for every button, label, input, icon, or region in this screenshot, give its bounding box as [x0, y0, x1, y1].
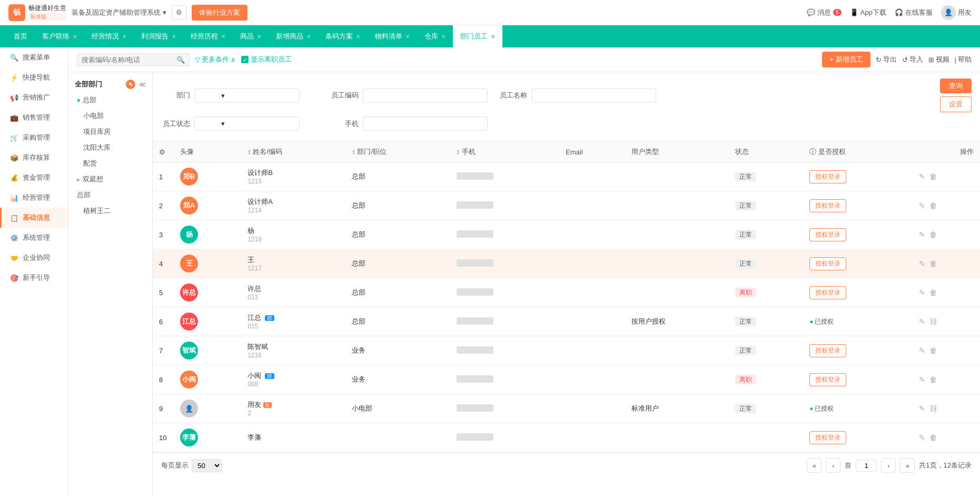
sidebar-item-collab[interactable]: 🤝 企业协同 [0, 248, 68, 268]
user-menu[interactable]: 👤 用友 [941, 5, 972, 20]
edit-icon[interactable]: ✎ [919, 404, 925, 413]
delete-icon[interactable]: 🗑 [929, 375, 937, 384]
th-settings[interactable]: ⚙ [153, 142, 174, 162]
dept-node-xiaodianbu[interactable]: 小电部 [68, 108, 152, 124]
close-icon[interactable]: ✕ [491, 34, 495, 40]
tab-department-employee[interactable]: 部门员工 ✕ [453, 25, 502, 47]
tab-warehouse[interactable]: 仓库 ✕ [417, 25, 453, 47]
link-icon[interactable]: ⛓ [929, 404, 937, 413]
edit-icon[interactable]: ✎ [919, 317, 925, 326]
edit-icon[interactable]: ✎ [919, 288, 925, 297]
edit-icon[interactable]: ✎ [919, 346, 925, 355]
sidebar-item-operations[interactable]: 📊 经营管理 [0, 188, 68, 208]
tab-goods[interactable]: 商品 ✕ [233, 25, 269, 47]
delete-icon[interactable]: 🗑 [929, 259, 937, 268]
sidebar-item-marketing[interactable]: 📢 营销推广 [0, 87, 68, 108]
status-select[interactable]: ▾ [194, 116, 300, 131]
dept-node-zongbu-expand[interactable]: ▾ 总部 [68, 92, 152, 108]
last-page-button[interactable]: » [900, 458, 915, 473]
auth-button[interactable]: 授权登录 [809, 228, 846, 241]
sidebar-item-quick-nav[interactable]: ⚡ 快捷导航 [0, 67, 68, 87]
more-filter-button[interactable]: ▽ 更多条件 ∧ [195, 55, 236, 64]
add-employee-button[interactable]: + 新增员工 [822, 52, 870, 67]
edit-icon[interactable]: ✎ [126, 80, 135, 89]
th-dept[interactable]: ↕ 部门/职位 [345, 142, 450, 162]
emp-name-input[interactable] [531, 89, 656, 103]
import-button[interactable]: ↺ 导入 [902, 55, 923, 64]
auth-button[interactable]: 授权登录 [809, 344, 846, 357]
auth-button[interactable]: 授权登录 [809, 431, 846, 444]
dept-select[interactable]: ▾ [194, 89, 300, 103]
app-download-button[interactable]: 📱 App下载 [850, 8, 886, 17]
online-service-button[interactable]: 🎧 在线客服 [895, 8, 933, 17]
delete-icon[interactable]: 🗑 [929, 346, 937, 355]
tab-operation[interactable]: 经营情况 ✕ [84, 25, 134, 47]
th-phone[interactable]: ↕ 手机 [450, 142, 560, 162]
dept-node-shuangtingxiang[interactable]: ▸ 双庭想 [68, 171, 152, 187]
edit-icon[interactable]: ✎ [919, 433, 925, 442]
prev-page-button[interactable]: ‹ [826, 458, 840, 473]
tab-home[interactable]: 首页 [6, 25, 35, 47]
delete-icon[interactable]: 🗑 [929, 433, 937, 442]
sidebar-item-purchase[interactable]: 🛒 采购管理 [0, 128, 68, 148]
message-button[interactable]: 💬 消息 5 [807, 8, 842, 17]
tab-customer[interactable]: 客户联络 ✕ [35, 25, 84, 47]
tab-bom[interactable]: 物料清单 ✕ [368, 25, 417, 47]
query-button[interactable]: 查询 [940, 79, 972, 93]
close-icon[interactable]: ✕ [441, 34, 446, 40]
tab-barcode[interactable]: 条码方案 ✕ [318, 25, 368, 47]
next-page-button[interactable]: › [881, 458, 896, 473]
phone-input[interactable] [363, 116, 488, 131]
edit-icon[interactable]: ✎ [919, 172, 925, 181]
dept-node-xiangmu[interactable]: 项目库房 [68, 124, 152, 140]
sidebar-item-finance[interactable]: 💰 资金管理 [0, 168, 68, 188]
close-icon[interactable]: ✕ [257, 34, 261, 40]
sidebar-item-system[interactable]: ⚙️ 系统管理 [0, 228, 68, 248]
page-number-input[interactable] [856, 460, 877, 472]
tab-history[interactable]: 经营历程 ✕ [183, 25, 233, 47]
close-icon[interactable]: ✕ [405, 34, 410, 40]
help-button[interactable]: | 帮助 [955, 55, 972, 64]
dept-node-zongbu2[interactable]: 总部 [68, 187, 152, 203]
show-resigned-toggle[interactable]: ✓ 显示离职员工 [241, 55, 292, 64]
collapse-icon[interactable]: ≪ [138, 81, 146, 89]
auth-button[interactable]: 授权登录 [809, 257, 846, 270]
delete-icon[interactable]: 🗑 [929, 201, 937, 210]
delete-icon[interactable]: 🗑 [929, 172, 937, 181]
edit-icon[interactable]: ✎ [919, 201, 925, 210]
view-button[interactable]: ⊞ 视频 [928, 55, 949, 64]
search-input[interactable] [82, 56, 176, 64]
close-icon[interactable]: ✕ [356, 34, 360, 40]
delete-icon[interactable]: 🗑 [929, 230, 937, 239]
delete-icon[interactable]: 🗑 [929, 288, 937, 297]
export-button[interactable]: ↻ 导出 [876, 55, 897, 64]
th-name[interactable]: ↕ 姓名/编码 [241, 142, 345, 162]
close-icon[interactable]: ✕ [73, 34, 77, 40]
tab-profit[interactable]: 利润报告 ✕ [134, 25, 183, 47]
system-selector[interactable]: 装备及固定资产辅助管理系统 ▾ [72, 8, 166, 17]
dept-node-shenyang[interactable]: 沈阳大库 [68, 140, 152, 155]
dept-node-zhishu[interactable]: 植树王二 [68, 203, 152, 219]
tab-new-goods[interactable]: 新增商品 ✕ [269, 25, 318, 47]
close-icon[interactable]: ✕ [221, 34, 225, 40]
first-page-button[interactable]: « [807, 458, 821, 473]
close-icon[interactable]: ✕ [172, 34, 176, 40]
auth-button[interactable]: 授权登录 [809, 170, 846, 183]
emp-code-input[interactable] [363, 89, 488, 103]
set-button[interactable]: 设置 [940, 96, 972, 112]
close-icon[interactable]: ✕ [122, 34, 126, 40]
auth-button[interactable]: 授权登录 [809, 373, 846, 386]
sidebar-item-basic-info[interactable]: 📋 基础信息 [0, 208, 68, 228]
dept-node-peihuo[interactable]: 配货 [68, 155, 152, 171]
edit-icon[interactable]: ✎ [919, 259, 925, 268]
sidebar-item-sales[interactable]: 💼 销售管理 [0, 108, 68, 128]
close-icon[interactable]: ✕ [306, 34, 311, 40]
page-size-select[interactable]: 50 100 [192, 459, 222, 472]
sidebar-item-guide[interactable]: 🎯 新手引导 [0, 268, 68, 288]
auth-button[interactable]: 授权登录 [809, 286, 846, 299]
gear-button[interactable]: ⚙ [172, 5, 186, 20]
link-icon[interactable]: ⛓ [929, 317, 937, 326]
sidebar-item-search[interactable]: 🔍 搜索菜单 [0, 47, 68, 67]
edit-icon[interactable]: ✎ [919, 375, 925, 384]
sidebar-item-inventory[interactable]: 📦 库存核算 [0, 148, 68, 168]
